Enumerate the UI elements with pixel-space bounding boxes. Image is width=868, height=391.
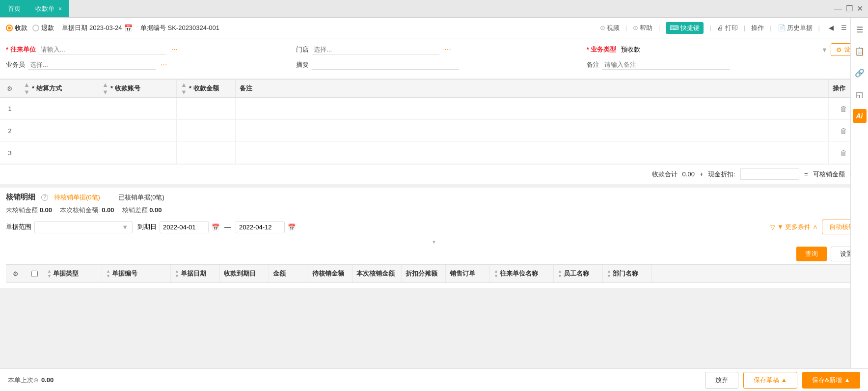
table-row: 1 🗑 ⊕: [0, 98, 868, 120]
no-value[interactable]: SK-20230324-001: [168, 24, 220, 31]
window-restore-btn[interactable]: ❐: [846, 4, 853, 13]
range-arrow-icon: ▼: [122, 223, 128, 231]
sidebar-icon-clipboard[interactable]: 📋: [853, 44, 867, 58]
remark-input[interactable]: [602, 60, 730, 70]
salesman-input[interactable]: [28, 60, 156, 70]
video-btn[interactable]: ⊙ 视频: [600, 24, 620, 32]
bt-checkbox[interactable]: [26, 271, 43, 277]
save-draft-arrow[interactable]: ▲: [781, 376, 787, 384]
help-btn[interactable]: ⊙ 帮助: [633, 24, 652, 32]
sidebar-icon-link[interactable]: 🔗: [853, 66, 867, 80]
counterpart-more-icon[interactable]: ···: [171, 45, 178, 54]
tab-receipt-close[interactable]: ×: [58, 5, 62, 12]
date-to-calendar-icon[interactable]: 📅: [288, 223, 296, 231]
total-label: 收款合计: [652, 170, 678, 179]
date-value[interactable]: 2023-03-24: [89, 24, 122, 31]
pending-tab[interactable]: 待核销单据(0笔): [54, 193, 100, 202]
no-field: 单据编号 SK-20230324-001: [140, 24, 220, 32]
counterpart-input[interactable]: [39, 45, 166, 55]
more-filter-btn[interactable]: ▽ ▼ 更多条件 ∧: [770, 223, 818, 231]
filter-expand-icon[interactable]: ▼: [6, 239, 862, 245]
date-from-calendar-icon[interactable]: 📅: [212, 223, 219, 231]
due-date-label: 到期日: [137, 223, 157, 231]
td-settle-3[interactable]: [20, 142, 98, 164]
sort-amount-icon[interactable]: ▲▼: [181, 81, 187, 96]
date-from-input[interactable]: [160, 221, 209, 233]
view-btn-list[interactable]: ◀: [826, 23, 837, 33]
abandon-btn[interactable]: 放弃: [705, 372, 738, 389]
date-to-input[interactable]: [236, 221, 285, 233]
select-all-checkbox[interactable]: [31, 271, 38, 277]
td-account-1[interactable]: [98, 98, 177, 119]
history-btn[interactable]: 📄 历史单据: [778, 24, 813, 32]
remark-field: 备注: [587, 60, 862, 70]
td-account-3[interactable]: [98, 142, 177, 164]
window-close-btn[interactable]: ✕: [857, 4, 863, 13]
range-select[interactable]: ▼: [34, 221, 133, 233]
td-settle-2[interactable]: [20, 120, 98, 141]
radio-receipt[interactable]: 收款: [6, 24, 27, 32]
td-remark-2[interactable]: [236, 120, 829, 141]
query-btn[interactable]: 查询: [796, 247, 827, 261]
calendar-icon[interactable]: 📅: [124, 24, 133, 32]
store-more-icon[interactable]: ···: [444, 45, 451, 54]
bt-gear-icon[interactable]: ⚙: [6, 270, 26, 278]
verify-title: 核销明细: [6, 193, 35, 202]
this-time-stat: 本次核销金额: 0.00: [60, 206, 114, 215]
plus-sign: +: [700, 170, 704, 178]
sidebar-icon-table[interactable]: ☰: [853, 23, 867, 36]
discount-input[interactable]: [740, 168, 799, 180]
form-row-2: 业务员 ··· 摘要 备注: [6, 60, 862, 70]
th-amount: ▲▼ * 收款金额: [177, 80, 236, 97]
summary-field: 摘要: [296, 60, 571, 70]
summary-input[interactable]: [312, 60, 459, 70]
row2-delete-icon[interactable]: 🗑: [840, 127, 847, 135]
toolbar: 收款 退款 单据日期 2023-03-24 📅 单据编号 SK-20230324…: [0, 18, 868, 38]
td-remark-3[interactable]: [236, 142, 829, 164]
window-minimize-btn[interactable]: —: [834, 4, 842, 13]
net-label: 可核销金额: [813, 170, 845, 179]
verify-info-icon[interactable]: ?: [41, 194, 48, 201]
biz-type-label: * 业务类型: [587, 45, 617, 54]
salesman-more-icon[interactable]: ···: [161, 60, 167, 69]
row-num-1: 1: [0, 98, 20, 119]
td-remark-1[interactable]: [236, 98, 829, 119]
sort-settle-icon[interactable]: ▲▼: [24, 81, 30, 96]
print-btn[interactable]: 🖨 打印: [717, 24, 738, 32]
bt-th-duedate: 收款到期日: [220, 265, 269, 282]
store-input[interactable]: [312, 45, 439, 55]
verify-section: 核销明细 ? 待核销单据(0笔) 已核销单据(0笔) 未核销金额 0.00 本次…: [0, 188, 868, 288]
bottom-bar: 本单上次⊙ 0.00 放弃 保存草稿 ▲ 保存&新增 ▲: [0, 368, 868, 391]
biz-type-arrow[interactable]: ▼: [821, 46, 828, 54]
radio-receipt-dot: [6, 25, 13, 31]
sidebar-icon-ai[interactable]: Ai: [853, 109, 867, 123]
row3-delete-icon[interactable]: 🗑: [840, 149, 847, 157]
view-btn-grid[interactable]: ☰: [839, 23, 849, 33]
sidebar-icon-expand[interactable]: ◱: [853, 87, 867, 101]
sort-account-icon[interactable]: ▲▼: [102, 81, 108, 96]
bottom-info-label[interactable]: 本单上次⊙: [8, 376, 38, 385]
shortcut-btn[interactable]: ⌨ 快捷键: [666, 22, 704, 34]
td-amount-2[interactable]: [177, 120, 236, 141]
tab-home[interactable]: 首页: [0, 0, 28, 17]
row1-delete-icon[interactable]: 🗑: [840, 105, 847, 113]
radio-refund[interactable]: 退款: [32, 24, 54, 32]
biz-type-value[interactable]: 预收款: [619, 44, 818, 55]
bottom-table-header: ⚙ ▲▼ 单据类型 ▲▼ 单据编号 ▲▼ 单据日期 收款到期日 金额 待核销金额…: [6, 264, 862, 283]
td-amount-1[interactable]: [177, 98, 236, 119]
td-amount-3[interactable]: [177, 142, 236, 164]
td-account-2[interactable]: [98, 120, 177, 141]
bt-th-from: ▲▼ 往来单位名称: [490, 265, 554, 282]
operation-btn[interactable]: 操作: [751, 24, 764, 32]
date-filter: 到期日 📅 — 📅: [137, 221, 296, 233]
table-gear-icon[interactable]: ⚙: [0, 85, 20, 92]
save-new-arrow[interactable]: ▲: [844, 376, 850, 384]
date-range-dash: —: [224, 223, 231, 231]
filter-row: 单据范围 ▼ 到期日 📅 — 📅 ▽ ▼ 更多条件 ∧ 自动核销: [6, 220, 862, 234]
tab-receipt[interactable]: 收款单 ×: [28, 0, 69, 17]
done-tab[interactable]: 已核销单据(0笔): [118, 193, 164, 202]
td-settle-1[interactable]: [20, 98, 98, 119]
save-new-btn[interactable]: 保存&新增 ▲: [802, 372, 860, 389]
bt-th-amount: 金额: [269, 265, 308, 282]
save-draft-btn[interactable]: 保存草稿 ▲: [743, 372, 798, 389]
